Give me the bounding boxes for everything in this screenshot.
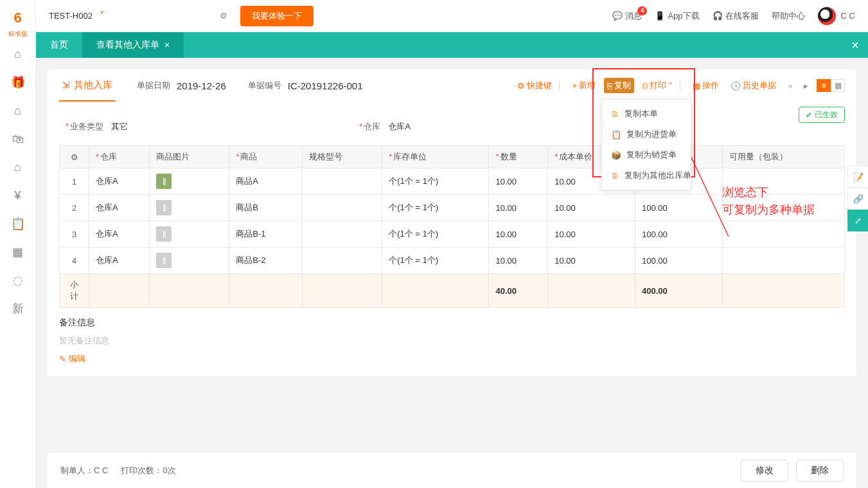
- cell-spec: [303, 221, 382, 248]
- modify-button[interactable]: 修改: [741, 460, 788, 482]
- main-panel: ⇲ 其他入库 单据日期 2019-12-26 单据编号 IC-20191226-…: [48, 69, 856, 376]
- annotation-text: 浏览态下 可复制为多种单据: [722, 184, 815, 219]
- nav-home-icon[interactable]: ⌂: [0, 41, 36, 67]
- top-header: TEST-H002 ˅ ⚙ 我要体验一下 💬 消息 4 📱 App下载 🎧 在线…: [36, 0, 868, 32]
- copy-this-item[interactable]: 🗎复制本单: [602, 104, 691, 124]
- row-idx: 3: [60, 221, 89, 248]
- logo: 6: [5, 5, 31, 31]
- help-link[interactable]: 帮助中心: [772, 10, 805, 22]
- nav-report-icon[interactable]: ▦: [0, 239, 36, 265]
- nav-bag-icon[interactable]: 🛍: [0, 126, 36, 152]
- link-icon[interactable]: 🔗: [847, 188, 868, 210]
- message-icon: 💬: [612, 11, 623, 21]
- close-icon[interactable]: ×: [164, 40, 170, 50]
- plus-icon: +: [572, 81, 577, 91]
- copy-button[interactable]: ⎘复制: [604, 78, 634, 93]
- product-thumb: ǁ: [156, 226, 172, 242]
- th-qty: *数量: [489, 146, 548, 168]
- nav-new-icon[interactable]: 新: [0, 296, 36, 321]
- cell-product: 商品B-1: [229, 221, 303, 248]
- remark-edit-button[interactable]: ✎ 编辑: [59, 353, 85, 365]
- avatar[interactable]: [818, 7, 836, 25]
- nav-clipboard-icon[interactable]: 📋: [0, 211, 36, 237]
- close-all-icon[interactable]: ×: [842, 32, 868, 58]
- nav-more-icon[interactable]: ◌: [0, 267, 36, 293]
- tabs-bar: 首页 查看其他入库单 × ×: [36, 32, 868, 58]
- table-row[interactable]: 4仓库Aǁ商品B-2个(1个 = 1个)10.0010.00100.00: [60, 248, 845, 274]
- copy-sales-item[interactable]: 📦复制为销货单: [602, 145, 691, 165]
- app-download-link[interactable]: 📱 App下载: [655, 10, 699, 22]
- cell-image: ǁ: [150, 221, 229, 248]
- gear-icon[interactable]: ⚙: [220, 11, 227, 21]
- th-gear[interactable]: ⚙: [60, 146, 89, 168]
- history-button[interactable]: 🕓历史单据: [727, 78, 779, 93]
- meta-code-value: IC-20191226-001: [288, 80, 363, 91]
- creator-value: C C: [94, 465, 108, 475]
- print-icon: ⎙: [642, 81, 648, 91]
- row-idx: 2: [60, 195, 89, 221]
- row-idx: 4: [60, 248, 89, 274]
- status-badge: ✔ 已生效: [799, 107, 845, 123]
- nav-money-icon[interactable]: ¥: [0, 183, 36, 208]
- cell-amount: 100.00: [635, 221, 723, 248]
- nav-building-icon[interactable]: ⌂: [0, 154, 36, 180]
- cell-image: ǁ: [150, 168, 229, 195]
- online-cs-link[interactable]: 🎧 在线客服: [713, 10, 759, 22]
- th-unit: *库存单位: [382, 146, 489, 168]
- note-icon[interactable]: 📝: [847, 166, 868, 188]
- biztype-field: *业务类型 其它: [66, 121, 128, 132]
- cell-spec: [303, 248, 382, 274]
- th-available: 可用量（包装）: [722, 146, 844, 168]
- items-table: ⚙ *仓库 商品图片 *商品 规格型号 *库存单位 *数量 *成本单价 *成本金…: [59, 145, 845, 308]
- cell-spec: [303, 195, 382, 221]
- cell-unit: 个(1个 = 1个): [382, 195, 489, 221]
- grid-icon: ▦: [693, 81, 700, 91]
- cell-qty: 10.00: [489, 248, 548, 274]
- box-icon: 📦: [611, 150, 621, 160]
- print-count-value: 0次: [163, 465, 175, 476]
- subtotal-qty: 40.00: [489, 274, 548, 308]
- cell-product: 商品B: [229, 195, 303, 221]
- right-float-tools: 📝 🔗 ⤢: [847, 166, 868, 231]
- nav-house-icon[interactable]: ⌂: [0, 98, 36, 123]
- edit-icon: ✎: [59, 354, 66, 364]
- ops-button[interactable]: ▦操作: [689, 78, 722, 93]
- view-list-button[interactable]: ≡: [817, 79, 831, 92]
- tab-current[interactable]: 查看其他入库单 ×: [82, 32, 184, 58]
- history-icon: 🕓: [731, 81, 741, 91]
- copy-purchase-item[interactable]: 📋复制为进货单: [602, 124, 691, 145]
- next-button[interactable]: ▸: [801, 79, 811, 93]
- subtotal-amount: 400.00: [635, 274, 723, 308]
- product-thumb: ǁ: [156, 174, 172, 189]
- footer-bar: 制单人： C C 打印次数： 0次 修改 删除: [48, 452, 856, 488]
- view-grid-button[interactable]: ▦: [831, 79, 845, 92]
- copy-outbound-item[interactable]: 🗎复制为其他出库单: [602, 165, 691, 186]
- th-warehouse: *仓库: [89, 146, 150, 168]
- meta-date-label: 单据日期: [137, 80, 170, 91]
- cell-warehouse: 仓库A: [89, 168, 150, 195]
- table-header-row: ⚙ *仓库 商品图片 *商品 规格型号 *库存单位 *数量 *成本单价 *成本金…: [60, 146, 845, 168]
- org-selector[interactable]: TEST-H002 ˅: [49, 9, 216, 23]
- expand-icon[interactable]: ⤢: [847, 210, 868, 231]
- delete-button[interactable]: 删除: [796, 460, 844, 482]
- cell-product: 商品B-2: [229, 248, 303, 274]
- table-row[interactable]: 3仓库Aǁ商品B-1个(1个 = 1个)10.0010.00100.00: [60, 221, 845, 248]
- row-idx: 1: [60, 168, 89, 195]
- copy-dropdown: 🗎复制本单 📋复制为进货单 📦复制为销货单 🗎复制为其他出库单: [601, 99, 691, 190]
- new-button[interactable]: +新增: [569, 78, 599, 93]
- tab-home[interactable]: 首页: [36, 32, 82, 58]
- shortcut-link[interactable]: ⚙快捷键: [514, 78, 555, 93]
- message-link[interactable]: 💬 消息 4: [612, 10, 642, 22]
- nav-gift-icon[interactable]: 🎁: [0, 69, 36, 95]
- warehouse-field: *仓库 仓库A: [359, 121, 411, 132]
- cell-warehouse: 仓库A: [89, 195, 150, 221]
- cta-button[interactable]: 我要体验一下: [240, 6, 314, 26]
- card-tab[interactable]: ⇲ 其他入库: [59, 69, 115, 102]
- cell-warehouse: 仓库A: [89, 248, 150, 274]
- print-button[interactable]: ⎙打印 ˅: [639, 78, 676, 93]
- cell-amount: 100.00: [635, 248, 723, 274]
- cell-available: [722, 221, 844, 248]
- clipboard-icon: 📋: [611, 130, 621, 140]
- chevron-down-icon: ˅: [668, 81, 673, 91]
- prev-button[interactable]: ◂: [784, 79, 795, 93]
